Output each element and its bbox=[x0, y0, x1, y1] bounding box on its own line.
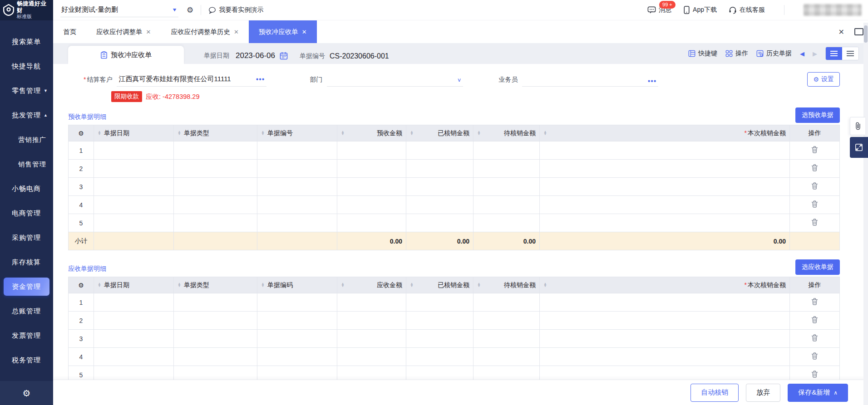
col-header-doc-code[interactable]: ▲▼单据编码 bbox=[257, 277, 337, 293]
sidebar-item-general-ledger[interactable]: 总账管理 bbox=[0, 299, 53, 323]
col-header-current-writeoff[interactable]: ▲▼*本次核销金额 bbox=[540, 125, 790, 142]
delete-row-button[interactable] bbox=[810, 163, 819, 174]
tab-list-icon[interactable] bbox=[854, 28, 863, 35]
tab-prepaid-writeoff[interactable]: 预收冲应收单✕ bbox=[249, 20, 317, 43]
empty-cell[interactable] bbox=[94, 160, 174, 178]
empty-cell[interactable] bbox=[540, 330, 790, 348]
sidebar-item-retail[interactable]: 零售管理▼ bbox=[0, 78, 53, 103]
ellipsis-picker-icon[interactable]: ••• bbox=[256, 77, 265, 82]
empty-cell[interactable] bbox=[337, 214, 406, 232]
empty-cell[interactable] bbox=[473, 330, 540, 348]
empty-cell[interactable] bbox=[94, 330, 174, 348]
empty-cell[interactable] bbox=[473, 160, 540, 178]
delete-row-button[interactable] bbox=[810, 351, 819, 362]
app-download-button[interactable]: App下载 bbox=[683, 6, 717, 14]
empty-cell[interactable] bbox=[174, 196, 257, 214]
calendar-icon[interactable] bbox=[280, 52, 288, 60]
sidebar-item-funds[interactable]: 资金管理 bbox=[4, 278, 49, 296]
settings-button[interactable]: ⚙ 设置 bbox=[807, 72, 840, 87]
empty-cell[interactable] bbox=[337, 312, 406, 330]
empty-cell[interactable] bbox=[337, 178, 406, 196]
sidebar-item-wholesale[interactable]: 批发管理▲ bbox=[0, 103, 53, 127]
empty-cell[interactable] bbox=[406, 330, 473, 348]
empty-cell[interactable] bbox=[337, 293, 406, 312]
empty-cell[interactable] bbox=[540, 312, 790, 330]
history-docs-button[interactable]: 历史单据 bbox=[756, 49, 792, 58]
save-and-new-button[interactable]: 保存&新增 ∧ bbox=[788, 384, 848, 402]
empty-cell[interactable] bbox=[473, 312, 540, 330]
empty-cell[interactable] bbox=[174, 312, 257, 330]
empty-cell[interactable] bbox=[540, 160, 790, 178]
empty-cell[interactable] bbox=[257, 142, 337, 160]
delete-row-button[interactable] bbox=[810, 200, 819, 210]
delete-row-button[interactable] bbox=[810, 297, 819, 307]
empty-cell[interactable] bbox=[406, 293, 473, 312]
sort-icon[interactable]: ▲▼ bbox=[477, 131, 481, 136]
empty-cell[interactable] bbox=[473, 366, 540, 380]
empty-cell[interactable] bbox=[540, 196, 790, 214]
col-header-writtenoff-amount[interactable]: ▲▼已核销金额 bbox=[406, 125, 473, 142]
sidebar-item-marketing[interactable]: 营销推广 bbox=[0, 127, 53, 152]
empty-cell[interactable] bbox=[406, 142, 473, 160]
delete-row-button[interactable] bbox=[810, 370, 819, 380]
empty-cell[interactable] bbox=[540, 293, 790, 312]
sidebar-item-tax[interactable]: 税务管理 bbox=[0, 348, 53, 372]
tab-adjustment-history[interactable]: 应收应付调整单历史✕ bbox=[161, 20, 248, 43]
sort-icon[interactable]: ▲▼ bbox=[98, 283, 101, 288]
empty-cell[interactable] bbox=[257, 293, 337, 312]
demo-link[interactable]: 我要看实例演示 bbox=[208, 6, 263, 14]
sort-icon[interactable]: ▲▼ bbox=[341, 283, 345, 288]
col-header-doc-type[interactable]: ▲▼单据类型 bbox=[174, 125, 257, 142]
online-service-button[interactable]: 在线客服 bbox=[729, 6, 765, 14]
empty-cell[interactable] bbox=[257, 214, 337, 232]
sidebar-item-purchasing[interactable]: 采购管理 bbox=[0, 225, 53, 250]
empty-cell[interactable] bbox=[174, 160, 257, 178]
shortcut-keys-button[interactable]: 快捷键 bbox=[688, 49, 717, 58]
sort-icon[interactable]: ▲▼ bbox=[477, 283, 481, 288]
sort-icon[interactable]: ▲▼ bbox=[261, 283, 265, 288]
empty-cell[interactable] bbox=[174, 293, 257, 312]
col-header-pending-amount[interactable]: ▲▼待核销金额 bbox=[473, 277, 540, 293]
card-view-button[interactable] bbox=[842, 47, 858, 60]
empty-cell[interactable] bbox=[473, 142, 540, 160]
empty-cell[interactable] bbox=[473, 196, 540, 214]
empty-cell[interactable] bbox=[337, 160, 406, 178]
sort-icon[interactable]: ▲▼ bbox=[178, 283, 181, 288]
department-field[interactable]: ∨ bbox=[327, 76, 463, 87]
customer-field[interactable]: 江西真可爱布娃娃有限责任公司11111 ••• bbox=[117, 74, 266, 87]
empty-cell[interactable] bbox=[406, 178, 473, 196]
sort-icon[interactable]: ▲▼ bbox=[341, 131, 345, 136]
delete-row-button[interactable] bbox=[810, 218, 819, 228]
scrollbar-thumb[interactable] bbox=[864, 25, 868, 43]
col-header-doc-no[interactable]: ▲▼单据编号 bbox=[257, 125, 337, 142]
empty-cell[interactable] bbox=[406, 348, 473, 366]
empty-cell[interactable] bbox=[540, 178, 790, 196]
empty-cell[interactable] bbox=[94, 178, 174, 196]
empty-cell[interactable] bbox=[406, 214, 473, 232]
actions-button[interactable]: 操作 bbox=[725, 49, 748, 58]
empty-cell[interactable] bbox=[94, 293, 174, 312]
column-settings-button[interactable]: ⚙ bbox=[69, 125, 94, 142]
sort-icon[interactable]: ▲▼ bbox=[543, 131, 547, 136]
col-header-prepaid-amount[interactable]: ▲▼预收金额 bbox=[337, 125, 406, 142]
col-header-doc-date[interactable]: ▲▼单据日期 bbox=[94, 277, 174, 293]
section1-title-link[interactable]: 预收单据明细 bbox=[68, 113, 106, 123]
empty-cell[interactable] bbox=[174, 178, 257, 196]
empty-cell[interactable] bbox=[174, 142, 257, 160]
section2-title-link[interactable]: 应收单据明细 bbox=[68, 265, 106, 275]
col-header-doc-type[interactable]: ▲▼单据类型 bbox=[174, 277, 257, 293]
close-icon[interactable]: ✕ bbox=[302, 29, 307, 35]
empty-cell[interactable] bbox=[174, 348, 257, 366]
col-header-receivable-amount[interactable]: ▲▼应收金额 bbox=[337, 277, 406, 293]
empty-cell[interactable] bbox=[257, 312, 337, 330]
empty-cell[interactable] bbox=[406, 312, 473, 330]
close-icon[interactable]: ✕ bbox=[234, 29, 239, 35]
vertical-scrollbar[interactable] bbox=[863, 23, 868, 405]
col-header-pending-amount[interactable]: ▲▼待核销金额 bbox=[473, 125, 540, 142]
col-header-current-writeoff[interactable]: ▲▼*本次核销金额 bbox=[540, 277, 790, 293]
user-name-redacted[interactable] bbox=[804, 4, 862, 16]
empty-cell[interactable] bbox=[257, 178, 337, 196]
empty-cell[interactable] bbox=[540, 214, 790, 232]
empty-cell[interactable] bbox=[473, 214, 540, 232]
next-doc-icon[interactable]: ▶ bbox=[813, 50, 817, 57]
